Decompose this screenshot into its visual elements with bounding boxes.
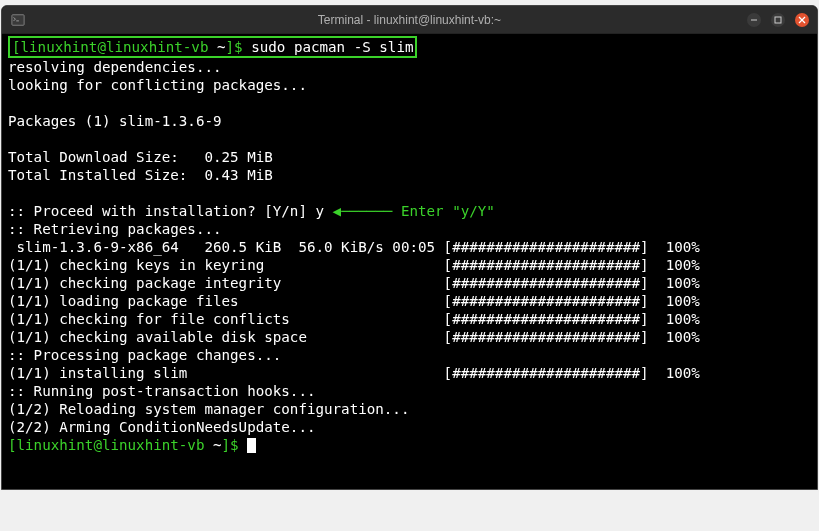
prompt-user: [linuxhint@linuxhint-vb bbox=[8, 437, 204, 453]
output-line: (1/1) loading package files [###########… bbox=[8, 293, 700, 309]
output-line: Total Download Size: 0.25 MiB bbox=[8, 149, 273, 165]
prompt-path: ~ bbox=[204, 437, 221, 453]
output-line: :: Proceed with installation? [Y/n] bbox=[8, 203, 316, 219]
titlebar: Terminal - linuxhint@linuxhint-vb:~ bbox=[2, 6, 817, 34]
terminal-window: Terminal - linuxhint@linuxhint-vb:~ [lin… bbox=[1, 5, 818, 490]
prompt-user: [linuxhint@linuxhint-vb bbox=[12, 39, 208, 55]
minimize-button[interactable] bbox=[747, 13, 761, 27]
close-button[interactable] bbox=[795, 13, 809, 27]
terminal-icon bbox=[10, 12, 26, 28]
output-line: (1/1) checking keys in keyring [########… bbox=[8, 257, 700, 273]
command-highlight-box: [linuxhint@linuxhint-vb ~]$ sudo pacman … bbox=[8, 36, 417, 58]
window-title: Terminal - linuxhint@linuxhint-vb:~ bbox=[318, 13, 501, 27]
svg-rect-0 bbox=[12, 14, 24, 25]
output-line: (1/2) Reloading system manager configura… bbox=[8, 401, 409, 417]
terminal-content[interactable]: [linuxhint@linuxhint-vb ~]$ sudo pacman … bbox=[2, 34, 817, 489]
output-line: (1/1) checking for file conflicts [#####… bbox=[8, 311, 700, 327]
cursor-block bbox=[247, 438, 256, 453]
output-line: (1/1) installing slim [#################… bbox=[8, 365, 700, 381]
output-line: (1/1) checking available disk space [###… bbox=[8, 329, 700, 345]
window-controls bbox=[747, 13, 809, 27]
output-line: Total Installed Size: 0.43 MiB bbox=[8, 167, 273, 183]
output-line: (2/2) Arming ConditionNeedsUpdate... bbox=[8, 419, 316, 435]
maximize-button[interactable] bbox=[771, 13, 785, 27]
output-line: :: Running post-transaction hooks... bbox=[8, 383, 316, 399]
user-input-y: y bbox=[316, 203, 325, 219]
output-line: looking for conflicting packages... bbox=[8, 77, 307, 93]
prompt-end: ]$ bbox=[226, 39, 252, 55]
output-line: :: Processing package changes... bbox=[8, 347, 281, 363]
svg-rect-2 bbox=[775, 17, 781, 23]
annotation-arrow: ◀────── Enter "y/Y" bbox=[324, 203, 495, 219]
output-line: slim-1.3.6-9-x86_64 260.5 KiB 56.0 KiB/s… bbox=[8, 239, 700, 255]
output-line: Packages (1) slim-1.3.6-9 bbox=[8, 113, 222, 129]
output-line: :: Retrieving packages... bbox=[8, 221, 222, 237]
output-line: (1/1) checking package integrity [######… bbox=[8, 275, 700, 291]
output-line: resolving dependencies... bbox=[8, 59, 222, 75]
command-text: sudo pacman -S slim bbox=[251, 39, 413, 55]
prompt-end: ]$ bbox=[222, 437, 248, 453]
prompt-path: ~ bbox=[208, 39, 225, 55]
